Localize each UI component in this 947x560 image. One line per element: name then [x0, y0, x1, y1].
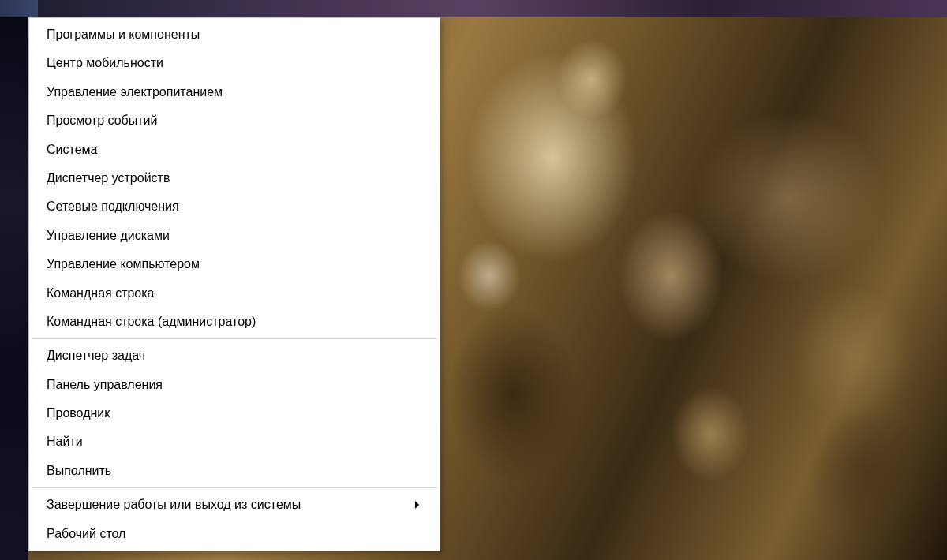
winx-context-menu: Программы и компоненты Центр мобильности… [28, 17, 440, 551]
menu-item-label: Панель управления [47, 376, 163, 394]
menu-item-label: Диспетчер устройств [47, 170, 170, 187]
menu-item-run[interactable]: Выполнить [31, 457, 438, 485]
menu-item-task-manager[interactable]: Диспетчер задач [31, 342, 438, 370]
menu-item-label: Управление дисками [47, 227, 170, 245]
menu-separator [32, 487, 437, 488]
menu-item-control-panel[interactable]: Панель управления [31, 371, 438, 399]
menu-item-programs-features[interactable]: Программы и компоненты [31, 21, 438, 49]
menu-item-disk-management[interactable]: Управление дисками [31, 222, 438, 250]
menu-item-command-prompt-admin[interactable]: Командная строка (администратор) [31, 308, 438, 336]
menu-item-label: Управление электропитанием [47, 84, 223, 101]
menu-item-event-viewer[interactable]: Просмотр событий [31, 106, 438, 135]
menu-item-label: Выполнить [47, 462, 111, 480]
menu-item-shutdown-signout[interactable]: Завершение работы или выход из системы [31, 491, 438, 519]
chevron-right-icon [415, 501, 419, 509]
top-border-strip [0, 0, 947, 17]
menu-item-label: Система [47, 141, 97, 159]
menu-item-file-explorer[interactable]: Проводник [31, 399, 438, 427]
menu-item-label: Командная строка [47, 285, 155, 302]
menu-item-search[interactable]: Найти [31, 427, 438, 456]
menu-item-label: Просмотр событий [47, 112, 157, 129]
menu-item-label: Управление компьютером [47, 256, 200, 273]
left-gutter [0, 17, 28, 560]
menu-item-label: Диспетчер задач [47, 347, 145, 364]
menu-item-network-connections[interactable]: Сетевые подключения [31, 192, 438, 221]
menu-item-label: Рабочий стол [47, 525, 125, 543]
menu-item-desktop[interactable]: Рабочий стол [31, 520, 438, 548]
menu-item-label: Программы и компоненты [47, 26, 200, 43]
menu-item-label: Найти [47, 433, 83, 450]
menu-item-command-prompt[interactable]: Командная строка [31, 279, 438, 308]
menu-item-mobility-center[interactable]: Центр мобильности [31, 49, 438, 77]
menu-item-label: Командная строка (администратор) [47, 313, 256, 330]
menu-item-label: Завершение работы или выход из системы [47, 496, 301, 513]
menu-item-label: Сетевые подключения [47, 198, 179, 215]
menu-item-device-manager[interactable]: Диспетчер устройств [31, 164, 438, 192]
menu-item-computer-management[interactable]: Управление компьютером [31, 250, 438, 278]
menu-item-power-options[interactable]: Управление электропитанием [31, 78, 438, 106]
menu-item-label: Центр мобильности [47, 54, 163, 72]
menu-separator [32, 338, 437, 339]
menu-item-label: Проводник [47, 405, 110, 422]
menu-item-system[interactable]: Система [31, 136, 438, 164]
